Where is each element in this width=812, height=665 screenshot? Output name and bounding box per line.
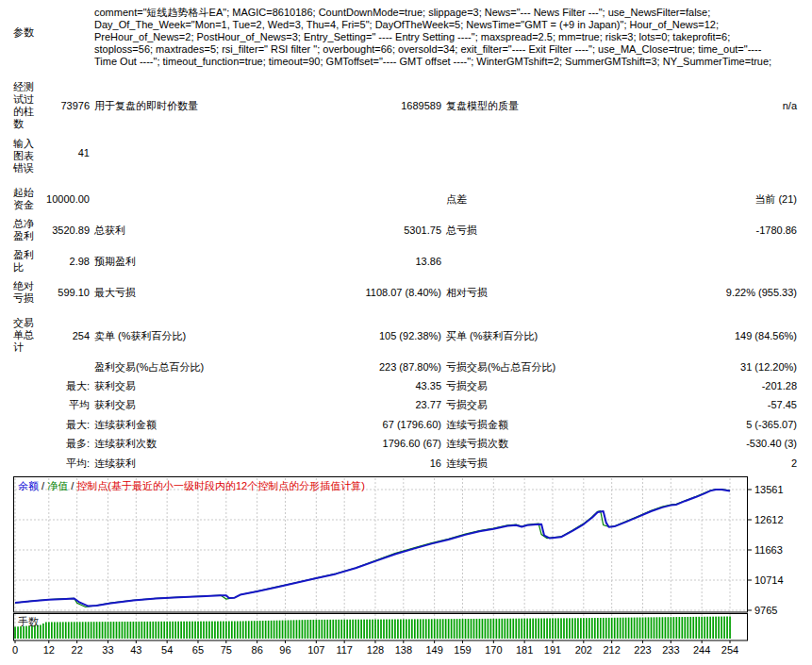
x-axis-label: 43 (130, 644, 141, 656)
lots-bar (471, 619, 472, 639)
lots-bar (625, 618, 627, 639)
lots-bar (108, 622, 109, 639)
lots-bar (671, 617, 672, 639)
lots-bar (169, 622, 171, 639)
lots-bar (99, 622, 101, 639)
lots-bar (110, 622, 112, 639)
lots-bar (521, 619, 522, 639)
lots-bar (543, 618, 545, 639)
lots-bar (172, 622, 174, 639)
x-axis-label: 233 (662, 644, 679, 656)
lots-bar (583, 618, 585, 639)
lots-bar (425, 619, 427, 639)
lots-bar (482, 619, 484, 639)
lots-bar (540, 619, 542, 639)
lots-bar (338, 620, 340, 639)
lots-bar (639, 618, 641, 639)
lots-bar (54, 622, 56, 639)
chart-legend: 余额 / 净值 / 控制点(基于最近的小一级时段内的12个控制点的分形插值计算) (18, 479, 365, 493)
lots-bar (631, 618, 633, 639)
lots-bar (605, 618, 607, 639)
lots-bar (74, 622, 75, 639)
lots-bar (569, 618, 571, 639)
lots-bar (428, 619, 430, 639)
lots-bar (456, 619, 458, 639)
x-axis-label: 170 (485, 644, 502, 656)
lots-bar (302, 620, 304, 639)
lots-bar (389, 620, 390, 639)
x-axis-label: 75 (221, 644, 232, 656)
lots-bar (146, 622, 148, 639)
y-axis-label: 13561 (754, 484, 784, 495)
lots-bar (189, 622, 191, 639)
legend-separator: / (39, 480, 47, 491)
lots-bar (133, 622, 135, 639)
x-axis-label: 96 (279, 644, 290, 656)
lots-bar (211, 622, 213, 639)
y-axis-label: 10714 (754, 574, 784, 586)
lots-bar (588, 618, 590, 639)
lots-bar (397, 619, 399, 639)
lots-bar (326, 620, 328, 639)
lots-bar (79, 622, 81, 639)
lots-bar (96, 622, 98, 639)
lots-bar (687, 617, 688, 639)
lots-bar (113, 622, 115, 639)
lots-bar (332, 620, 334, 639)
lots-bar (465, 619, 467, 639)
lots-bar (462, 619, 464, 639)
lots-bar (91, 622, 92, 639)
lots-bar (149, 622, 151, 639)
lots-bar (323, 620, 325, 639)
lots-bar (715, 617, 717, 639)
lots-bar (654, 617, 655, 639)
lots-bar (586, 618, 588, 639)
lots-bar (194, 622, 196, 639)
balance-line (15, 490, 730, 607)
lots-bar (506, 619, 508, 639)
lots-bar (163, 622, 165, 639)
lots-bar (706, 617, 708, 639)
x-axis-label: 202 (575, 644, 592, 656)
lots-bar (451, 619, 453, 639)
equity-chart: 0122233435465758696107117128138149159170… (0, 0, 812, 665)
lots-bar (723, 617, 725, 639)
equity-line (15, 490, 730, 607)
lots-bar (656, 617, 658, 639)
lots-bar (259, 621, 261, 639)
lots-bar (285, 621, 287, 639)
lots-bar (448, 619, 450, 639)
y-axis-label: 11663 (754, 544, 783, 556)
lots-bar (692, 617, 694, 639)
lots-bar (493, 619, 495, 639)
lots-bar (434, 619, 436, 639)
lots-bar (634, 618, 636, 639)
lots-bar (488, 619, 489, 639)
lots-bar (651, 617, 653, 639)
lots-bar (335, 620, 337, 639)
lots-bar (208, 622, 210, 639)
lots-bar (518, 619, 520, 639)
lots-bar (572, 618, 573, 639)
lots-bar (271, 621, 273, 639)
lots-bar (594, 618, 596, 639)
lots-bar (152, 622, 154, 639)
lots-bar (242, 621, 244, 639)
lots-bar (228, 622, 230, 639)
lots-bar (574, 618, 576, 639)
lots-bar (523, 619, 525, 639)
lots-bar (82, 622, 84, 639)
lots-bar (684, 617, 686, 639)
lots-bar (343, 620, 345, 639)
lots-bar (526, 619, 528, 639)
lots-bar (729, 617, 731, 640)
lots-bar (496, 619, 498, 639)
lots-bar (310, 620, 312, 639)
lots-bar (504, 619, 505, 639)
lots-bar (442, 619, 444, 639)
lots-bar (386, 620, 388, 639)
x-axis-label: 54 (161, 644, 173, 656)
lots-bar (394, 620, 396, 640)
lots-bar (130, 622, 132, 639)
lots-bar (437, 619, 439, 639)
